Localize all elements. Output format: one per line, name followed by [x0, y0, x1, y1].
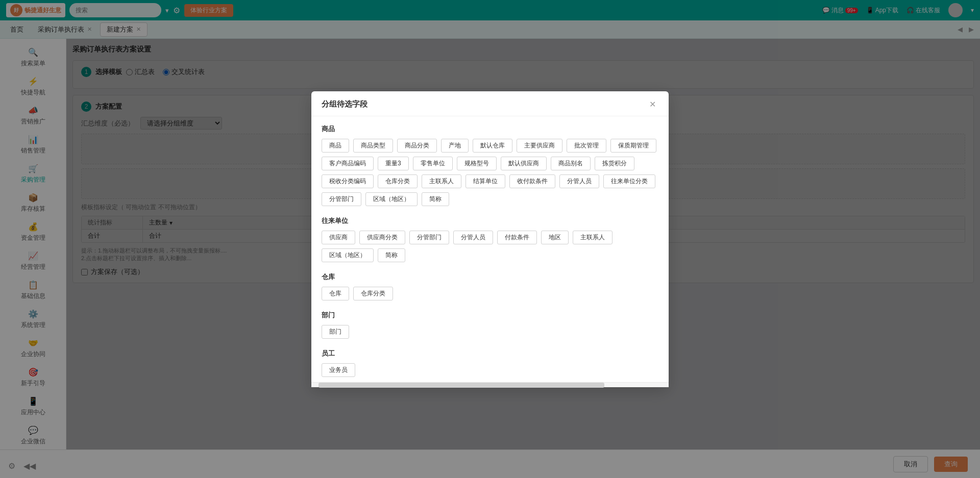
section-counterpart-title: 往来单位 [322, 216, 658, 225]
field-abbr-counterpart[interactable]: 简称 [378, 248, 405, 262]
field-department[interactable]: 部门 [322, 325, 349, 339]
field-retail-unit[interactable]: 零售单位 [413, 157, 453, 170]
field-warehouse-category[interactable]: 仓库分类 [378, 174, 418, 188]
field-select-modal: 分组待选字段 ✕ 商品 商品 商品类型 商品分类 产地 默认仓库 主要供应商 批… [311, 91, 669, 387]
field-region-product[interactable]: 区域（地区） [365, 192, 418, 206]
field-mgr-person[interactable]: 分管人员 [559, 174, 599, 188]
field-warehouse[interactable]: 仓库 [322, 287, 349, 300]
field-weight[interactable]: 重量3 [378, 157, 409, 170]
section-employee-fields: 业务员 [322, 363, 658, 377]
field-batch-mgmt[interactable]: 批次管理 [567, 139, 606, 153]
field-spec-model[interactable]: 规格型号 [457, 157, 497, 170]
field-product[interactable]: 商品 [322, 139, 349, 153]
modal-header: 分组待选字段 ✕ [311, 91, 669, 116]
field-payment-cond[interactable]: 付款条件 [497, 231, 537, 244]
field-partner-category[interactable]: 往来单位分类 [603, 174, 655, 188]
field-tax-code[interactable]: 税收分类编码 [322, 174, 374, 188]
field-default-warehouse[interactable]: 默认仓库 [473, 139, 512, 153]
field-settlement-unit[interactable]: 结算单位 [465, 174, 505, 188]
section-product: 商品 商品 商品类型 商品分类 产地 默认仓库 主要供应商 批次管理 保质期管理… [322, 124, 658, 206]
modal-backdrop: 分组待选字段 ✕ 商品 商品 商品类型 商品分类 产地 默认仓库 主要供应商 批… [0, 0, 980, 478]
field-person-counterpart[interactable]: 分管人员 [453, 231, 493, 244]
modal-close-button[interactable]: ✕ [646, 98, 658, 111]
field-default-supplier[interactable]: 默认供应商 [501, 157, 547, 170]
section-warehouse: 仓库 仓库 仓库分类 [322, 272, 658, 300]
section-department-fields: 部门 [322, 325, 658, 339]
field-main-contact-counterpart[interactable]: 主联系人 [573, 231, 612, 244]
section-product-fields: 商品 商品类型 商品分类 产地 默认仓库 主要供应商 批次管理 保质期管理 客户… [322, 139, 658, 206]
modal-hscroll-thumb [318, 383, 604, 388]
field-main-contact[interactable]: 主联系人 [422, 174, 461, 188]
field-customer-code[interactable]: 客户商品编码 [322, 157, 374, 170]
section-counterpart: 往来单位 供应商 供应商分类 分管部门 分管人员 付款条件 地区 主联系人 区域… [322, 216, 658, 262]
modal-body[interactable]: 商品 商品 商品类型 商品分类 产地 默认仓库 主要供应商 批次管理 保质期管理… [311, 116, 669, 382]
field-region-counterpart[interactable]: 区域（地区） [322, 248, 374, 262]
field-warehouse-cat[interactable]: 仓库分类 [353, 287, 393, 300]
modal-title: 分组待选字段 [322, 99, 368, 109]
field-product-category[interactable]: 商品分类 [397, 139, 437, 153]
field-dept-counterpart[interactable]: 分管部门 [409, 231, 449, 244]
section-warehouse-title: 仓库 [322, 272, 658, 282]
field-area[interactable]: 地区 [541, 231, 569, 244]
modal-hscroll[interactable] [311, 382, 669, 387]
section-warehouse-fields: 仓库 仓库分类 [322, 287, 658, 300]
section-counterpart-fields: 供应商 供应商分类 分管部门 分管人员 付款条件 地区 主联系人 区域（地区） … [322, 231, 658, 262]
field-shelf-life[interactable]: 保质期管理 [610, 139, 656, 153]
section-department-title: 部门 [322, 311, 658, 320]
field-supplier[interactable]: 供应商 [322, 231, 355, 244]
field-origin[interactable]: 产地 [441, 139, 469, 153]
field-payment-terms[interactable]: 收付款条件 [509, 174, 555, 188]
field-supplier-category[interactable]: 供应商分类 [359, 231, 405, 244]
section-department: 部门 部门 [322, 311, 658, 339]
section-product-title: 商品 [322, 124, 658, 134]
field-salesperson[interactable]: 业务员 [322, 363, 355, 377]
section-employee: 员工 业务员 [322, 349, 658, 377]
field-main-supplier[interactable]: 主要供应商 [517, 139, 562, 153]
field-pick-points[interactable]: 拣货积分 [595, 157, 634, 170]
field-product-type[interactable]: 商品类型 [353, 139, 393, 153]
field-mgr-dept[interactable]: 分管部门 [322, 192, 361, 206]
field-abbr-product[interactable]: 简称 [422, 192, 449, 206]
field-product-alias[interactable]: 商品别名 [551, 157, 591, 170]
section-employee-title: 员工 [322, 349, 658, 358]
